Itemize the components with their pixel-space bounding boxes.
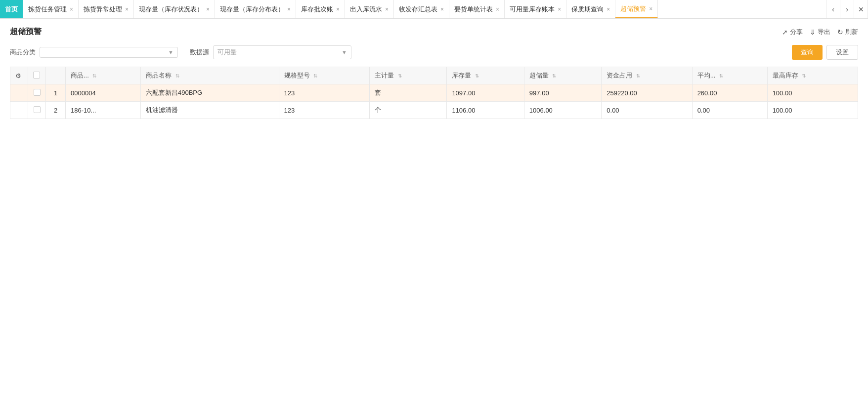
th-product-name[interactable]: 商品名称 ⇅ — [140, 67, 279, 84]
sort-icon-stock: ⇅ — [475, 73, 479, 79]
home-tab[interactable]: 首页 — [0, 0, 23, 18]
tab-close-2[interactable]: × — [206, 6, 210, 12]
filter-bar: 商品分类 ▼ 数据源 可用量 ▼ 查询 设置 — [10, 45, 858, 60]
tab-close-4[interactable]: × — [336, 6, 340, 12]
share-btn[interactable]: ➚ 分享 — [782, 28, 803, 37]
th-product-name-label: 商品名称 — [146, 72, 172, 79]
tab-next-btn[interactable]: › — [840, 0, 854, 19]
data-table: ⚙ 商品... ⇅ 商品名称 ⇅ 规格型号 ⇅ — [10, 67, 858, 119]
page-actions: ➚ 分享 ⇓ 导出 ↻ 刷新 — [782, 28, 858, 37]
tab-label-4: 库存批次账 — [301, 5, 333, 14]
th-capital-label: 资金占用 — [607, 72, 632, 79]
tab-close-0[interactable]: × — [70, 6, 73, 12]
share-label: 分享 — [790, 28, 803, 37]
table-row: 2 186-10... 机油滤清器 123 个 1106.00 1006.00 … — [10, 102, 858, 119]
sort-icon-avg: ⇅ — [719, 73, 723, 79]
tab-6[interactable]: 收发存汇总表× — [394, 0, 449, 18]
tab-7[interactable]: 要货单统计表× — [449, 0, 505, 18]
td-max-stock-1: 100.00 — [767, 102, 858, 119]
datasource-label: 数据源 — [190, 48, 209, 57]
home-label: 首页 — [5, 5, 18, 14]
tab-1[interactable]: 拣货异常处理× — [79, 0, 134, 18]
tab-close-1[interactable]: × — [125, 6, 129, 12]
row-checkbox-1[interactable] — [34, 106, 41, 113]
th-capital[interactable]: 资金占用 ⇅ — [602, 67, 692, 84]
category-chevron-icon: ▼ — [168, 49, 174, 55]
share-icon: ➚ — [782, 28, 788, 36]
td-over-stock-1: 1006.00 — [524, 102, 601, 119]
th-avg[interactable]: 平均... ⇅ — [692, 67, 767, 84]
query-button[interactable]: 查询 — [792, 45, 823, 60]
tab-close-6[interactable]: × — [440, 6, 444, 12]
tab-8[interactable]: 可用量库存账本× — [505, 0, 566, 18]
category-select[interactable]: ▼ — [40, 47, 178, 58]
tab-9[interactable]: 保质期查询× — [566, 0, 615, 18]
tab-3[interactable]: 现存量（库存分布表）× — [215, 0, 296, 18]
select-all-checkbox[interactable] — [33, 72, 40, 79]
refresh-icon: ↻ — [837, 28, 843, 36]
td-avg-1: 0.00 — [692, 102, 767, 119]
refresh-label: 刷新 — [845, 28, 858, 37]
td-checkbox-0[interactable] — [28, 84, 46, 102]
th-rownum — [46, 67, 66, 84]
tab-4[interactable]: 库存批次账× — [296, 0, 345, 18]
th-checkbox[interactable] — [28, 67, 46, 84]
tab-close-3[interactable]: × — [287, 6, 291, 12]
td-settings-0 — [10, 84, 28, 102]
th-product-code[interactable]: 商品... ⇅ — [66, 67, 141, 84]
td-over-stock-0: 997.00 — [524, 84, 601, 102]
tab-0[interactable]: 拣货任务管理× — [23, 0, 79, 18]
td-stock-0: 1097.00 — [447, 84, 524, 102]
th-unit[interactable]: 主计量 ⇅ — [369, 67, 446, 84]
table-row: 1 0000004 六配套新昌490BPG 123 套 1097.00 997.… — [10, 84, 858, 102]
td-capital-0: 259220.00 — [602, 84, 692, 102]
sort-icon-capital: ⇅ — [636, 73, 640, 79]
category-label: 商品分类 — [10, 48, 36, 57]
tab-close-9[interactable]: × — [607, 6, 610, 12]
datasource-select[interactable]: 可用量 ▼ — [213, 45, 351, 59]
th-spec[interactable]: 规格型号 ⇅ — [279, 67, 369, 84]
tab-label-8: 可用量库存账本 — [510, 5, 555, 14]
export-label: 导出 — [818, 28, 830, 37]
tab-close-5[interactable]: × — [385, 6, 389, 12]
td-stock-1: 1106.00 — [447, 102, 524, 119]
category-filter-group: 商品分类 ▼ — [10, 47, 178, 58]
page-content: 超储预警 ➚ 分享 ⇓ 导出 ↻ 刷新 商品分类 ▼ 数据源 — [0, 19, 868, 395]
export-btn[interactable]: ⇓ 导出 — [810, 28, 830, 37]
settings-button[interactable]: 设置 — [826, 45, 858, 60]
sort-icon-max-stock: ⇅ — [802, 73, 806, 79]
refresh-btn[interactable]: ↻ 刷新 — [837, 28, 858, 37]
tab-close-8[interactable]: × — [558, 6, 561, 12]
tab-2[interactable]: 现存量（库存状况表）× — [134, 0, 215, 18]
th-stock[interactable]: 库存量 ⇅ — [447, 67, 524, 84]
td-product-name-0: 六配套新昌490BPG — [140, 84, 279, 102]
page-header: 超储预警 ➚ 分享 ⇓ 导出 ↻ 刷新 — [10, 27, 858, 37]
export-icon: ⇓ — [810, 28, 816, 36]
sort-icon-over-stock: ⇅ — [552, 73, 556, 79]
th-product-code-label: 商品... — [71, 72, 89, 79]
th-over-stock[interactable]: 超储量 ⇅ — [524, 67, 601, 84]
th-settings[interactable]: ⚙ — [10, 67, 28, 84]
tab-10[interactable]: 超储预警× — [615, 0, 658, 18]
td-spec-1: 123 — [279, 102, 369, 119]
td-checkbox-1[interactable] — [28, 102, 46, 119]
th-max-stock[interactable]: 最高库存 ⇅ — [767, 67, 858, 84]
th-max-stock-label: 最高库存 — [773, 72, 798, 79]
th-stock-label: 库存量 — [452, 72, 471, 79]
row-checkbox-0[interactable] — [34, 89, 41, 96]
datasource-filter-group: 数据源 可用量 ▼ — [190, 45, 351, 59]
tab-close-7[interactable]: × — [496, 6, 499, 12]
tab-5[interactable]: 出入库流水× — [345, 0, 394, 18]
tab-close-btn[interactable]: ✕ — [854, 0, 868, 19]
tab-nav-arrows: ‹ › ✕ — [826, 0, 868, 19]
page-title: 超储预警 — [10, 27, 42, 37]
tab-label-10: 超储预警 — [620, 4, 646, 13]
tab-close-10[interactable]: × — [649, 6, 652, 12]
tab-label-1: 拣货异常处理 — [84, 5, 122, 14]
tab-label-7: 要货单统计表 — [454, 5, 493, 14]
th-spec-label: 规格型号 — [284, 72, 310, 79]
tab-prev-btn[interactable]: ‹ — [826, 0, 840, 19]
datasource-chevron-icon: ▼ — [342, 49, 347, 55]
td-product-code-1: 186-10... — [66, 102, 141, 119]
tab-label-3: 现存量（库存分布表） — [220, 5, 284, 14]
